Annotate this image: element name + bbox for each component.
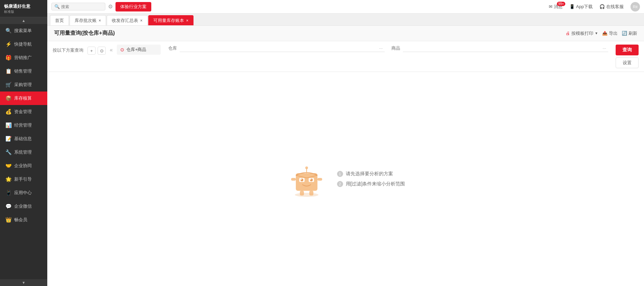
- tab-batch[interactable]: 库存批次账×: [70, 15, 106, 25]
- sidebar-item-inventory[interactable]: 📦库存核算: [0, 92, 47, 105]
- refresh-icon: 🔄: [622, 31, 627, 36]
- sidebar-item-purchase[interactable]: 🛒采购管理: [0, 78, 47, 92]
- app-name: 畅康通好生意: [4, 3, 43, 9]
- sidebar-icon-appstore: 📱: [5, 190, 11, 196]
- tab-label-available: 可用量库存账本: [153, 18, 184, 24]
- sidebar-item-sales[interactable]: 📋销售管理: [0, 64, 47, 78]
- add-scheme-button[interactable]: +: [87, 47, 96, 55]
- tab-close-summary[interactable]: ×: [140, 18, 143, 23]
- filter-submit-area: 查询 设置: [616, 45, 639, 68]
- tab-close-available[interactable]: ×: [186, 18, 188, 23]
- collapse-button[interactable]: «: [110, 45, 113, 53]
- search-box[interactable]: 🔍: [51, 3, 105, 10]
- sidebar-label-wechat: 企业微信: [14, 203, 32, 209]
- gear-icon[interactable]: ⚙: [108, 3, 113, 10]
- refresh-label: 刷新: [628, 30, 637, 36]
- sidebar-label-sales: 销售管理: [14, 68, 32, 74]
- chevron-down-icon: ▼: [595, 31, 598, 35]
- sidebar-label-cooperation: 企业协同: [14, 163, 32, 169]
- filter-fields: 仓库 ··· 商品 ···: [165, 45, 612, 52]
- sidebar-item-basic[interactable]: 📝基础信息: [0, 132, 47, 146]
- product-input[interactable]: [405, 46, 601, 51]
- tab-available[interactable]: 可用量库存账本×: [148, 15, 194, 25]
- sidebar-icon-quick-nav: ⚡: [5, 41, 11, 47]
- sidebar-item-member[interactable]: 👑畅会员: [0, 213, 47, 227]
- content-area: 可用量查询(按仓库+商品) 🖨 按模板打印 ▼ 📤 导出 🔄 刷新 按以下: [47, 26, 644, 286]
- tab-label-home: 首页: [55, 18, 64, 24]
- topbar-right: ✉ 99+ 消息 📱 App下载 🎧 在线客服 Rit: [549, 2, 640, 11]
- step-2-text: 用[过滤]条件来缩小分析范围: [346, 181, 405, 187]
- svg-rect-12: [291, 178, 296, 181]
- product-input-wrapper[interactable]: ···: [403, 45, 608, 52]
- message-item[interactable]: ✉ 99+ 消息: [549, 4, 563, 10]
- filter-action-buttons: + ⊙: [87, 45, 106, 55]
- sidebar-icon-basic: 📝: [5, 136, 11, 142]
- sidebar-icon-cooperation: 🤝: [5, 163, 11, 169]
- search-icon: 🔍: [54, 4, 60, 9]
- query-button[interactable]: 查询: [616, 45, 639, 55]
- empty-step-2: 2 用[过滤]条件来缩小分析范围: [337, 181, 405, 187]
- sidebar-label-purchase: 采购管理: [14, 82, 32, 88]
- svg-rect-14: [300, 191, 304, 196]
- sidebar-icon-inventory: 📦: [5, 95, 11, 101]
- sidebar-item-system[interactable]: 🔧系统管理: [0, 146, 47, 159]
- avatar[interactable]: Rit: [630, 2, 640, 11]
- svg-point-0: [295, 193, 318, 197]
- step-1-text: 请先选择要分析的方案: [346, 171, 393, 177]
- sidebar-icon-system: 🔧: [5, 149, 11, 155]
- sidebar-item-finance[interactable]: 💰资金管理: [0, 105, 47, 119]
- table-settings-button[interactable]: 设置: [616, 57, 639, 68]
- sidebar-icon-sales: 📋: [5, 68, 11, 74]
- sidebar-scroll-down[interactable]: ▼: [0, 279, 47, 286]
- print-button[interactable]: 🖨 按模板打印 ▼: [566, 30, 598, 36]
- warehouse-input-wrapper[interactable]: ···: [180, 45, 385, 52]
- warehouse-label: 仓库: [168, 45, 177, 51]
- sidebar-item-cooperation[interactable]: 🤝企业协同: [0, 159, 47, 173]
- product-field: 商品 ···: [391, 45, 608, 52]
- app-download-item[interactable]: 📱 App下载: [569, 4, 593, 10]
- tab-home[interactable]: 首页: [50, 15, 69, 25]
- sidebar-icon-member: 👑: [5, 217, 11, 223]
- online-service-item[interactable]: 🎧 在线客服: [599, 4, 624, 10]
- refresh-button[interactable]: 🔄 刷新: [622, 30, 637, 36]
- user-name: Rit: [633, 5, 637, 9]
- sidebar-logo: 畅康通好生意 标准版: [0, 0, 47, 17]
- empty-illustration: [286, 159, 327, 199]
- product-more-icon[interactable]: ···: [602, 46, 606, 51]
- filter-scheme-list: ⊙ 仓库+商品: [117, 45, 161, 55]
- sidebar-label-finance: 资金管理: [14, 109, 32, 115]
- tab-label-summary: 收发存汇总表: [112, 18, 138, 24]
- tab-summary[interactable]: 收发存汇总表×: [107, 15, 148, 25]
- export-button[interactable]: 📤 导出: [602, 30, 618, 36]
- phone-icon: 📱: [569, 4, 575, 9]
- sidebar-item-search[interactable]: 🔍搜索菜单: [0, 24, 47, 37]
- app-download-label: App下载: [576, 4, 593, 10]
- sidebar-item-wechat[interactable]: 💬企业微信: [0, 200, 47, 213]
- sidebar-label-system: 系统管理: [14, 149, 32, 155]
- scheme-item-warehouse-product[interactable]: ⊙ 仓库+商品: [117, 45, 161, 55]
- sidebar-label-quick-nav: 快捷导航: [14, 41, 32, 47]
- sidebar-item-operation[interactable]: 📊经营管理: [0, 119, 47, 132]
- sidebar-scroll-up[interactable]: ▲: [0, 17, 47, 24]
- page-actions: 🖨 按模板打印 ▼ 📤 导出 🔄 刷新: [566, 30, 637, 36]
- sidebar-item-appstore[interactable]: 📱应用中心: [0, 186, 47, 200]
- sidebar-label-basic: 基础信息: [14, 136, 32, 142]
- sidebar-icon-finance: 💰: [5, 109, 11, 115]
- sidebar-icon-wechat: 💬: [5, 203, 11, 209]
- scheme-icon: ⊙: [120, 47, 124, 52]
- page-title: 可用量查询(按仓库+商品): [54, 30, 115, 37]
- tab-close-batch[interactable]: ×: [99, 18, 101, 23]
- settings-scheme-button[interactable]: ⊙: [98, 47, 106, 55]
- warehouse-input[interactable]: [182, 46, 378, 51]
- filter-area: 按以下方案查询 + ⊙ « ⊙ 仓库+商品 仓库 ···: [47, 41, 644, 72]
- search-input[interactable]: [61, 4, 102, 9]
- sidebar-item-newbie[interactable]: 🌟新手引导: [0, 173, 47, 186]
- svg-point-8: [301, 179, 302, 180]
- trial-button[interactable]: 体验行业方案: [115, 2, 151, 11]
- sidebar-icon-operation: 📊: [5, 122, 11, 128]
- sidebar-icon-marketing: 🎁: [5, 55, 11, 61]
- sidebar-item-quick-nav[interactable]: ⚡快捷导航: [0, 37, 47, 51]
- sidebar-item-marketing[interactable]: 🎁营销推广: [0, 51, 47, 64]
- warehouse-more-icon[interactable]: ···: [379, 46, 383, 51]
- svg-point-11: [305, 166, 308, 169]
